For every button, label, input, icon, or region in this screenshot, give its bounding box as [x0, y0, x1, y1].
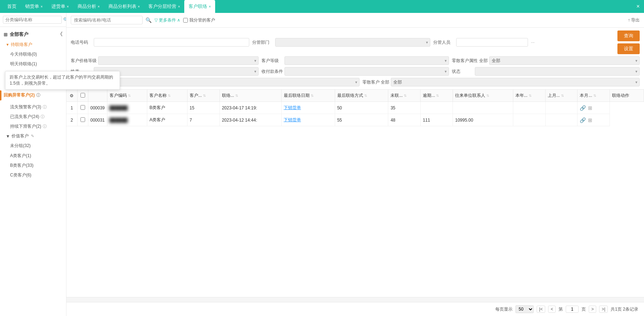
sort-thismonth-icon[interactable]: ⇅	[593, 94, 596, 98]
main-layout: 🔍 ⊞ 全部客户 《 ▼ 待联络客户 今天待联络(0) 明天待联络(1) 近7天…	[0, 13, 644, 316]
filter-payment-select[interactable]	[284, 67, 449, 76]
sort-name-icon[interactable]: ⇅	[168, 94, 171, 98]
sort-method-icon[interactable]: ⇅	[364, 94, 367, 98]
row1-grid-icon[interactable]: ⊞	[588, 105, 592, 111]
filter-customer-level-select[interactable]	[284, 56, 449, 65]
sidebar-item-a-class[interactable]: A类客户(1)	[0, 151, 66, 161]
nav-close-analysis-list[interactable]: ×	[138, 5, 140, 9]
sort-contact-icon[interactable]: ⇅	[235, 94, 238, 98]
row2-name: ██████	[107, 114, 147, 126]
filter-dept: 分管部门	[252, 38, 431, 47]
per-page-select[interactable]: 50 10 20 100	[515, 305, 534, 313]
nav-close-purchase[interactable]: ×	[67, 5, 69, 9]
col-this-month: 本月...⇅	[578, 90, 610, 102]
filter-bar: 🔍 ▽ 更多条件 ∧ 我分管的客户 ↑ 导出	[66, 13, 644, 28]
sort-overdue-icon[interactable]: ⇅	[436, 94, 439, 98]
sort-lastmonth-icon[interactable]: ⇅	[561, 94, 564, 98]
nav-item-customer-tier[interactable]: 客户分层经营 ×	[144, 0, 184, 13]
sort-year-icon[interactable]: ⇅	[529, 94, 532, 98]
window-close-button[interactable]: ×	[636, 3, 640, 10]
row2-overdue: 48	[388, 114, 421, 126]
action-buttons: 查询 设置	[617, 30, 640, 54]
next-page-btn[interactable]: >	[589, 306, 596, 313]
sidebar-item-declining[interactable]: 持续下滑客户(2) ⓘ	[0, 122, 66, 131]
row1-link-icon[interactable]: 🔗	[580, 105, 586, 111]
sidebar-search-icon[interactable]: 🔍	[63, 17, 66, 22]
row2-last-month	[513, 114, 545, 126]
sidebar-all-customers[interactable]: ⊞ 全部客户 《	[0, 29, 66, 40]
sidebar-item-rebuy-abnormal[interactable]: 回购异常客户(2) ⓘ	[4, 92, 66, 98]
row1-last-month	[513, 102, 545, 114]
row1-checkbox[interactable]	[80, 105, 85, 110]
row2-last-date: 2023-04-12 14:44:	[219, 114, 281, 126]
row2-checkbox[interactable]	[80, 117, 85, 122]
sidebar-item-churned[interactable]: 已流失客户(24) ⓘ	[0, 112, 66, 122]
filter-dept-select[interactable]	[275, 38, 431, 47]
first-page-btn[interactable]: |<	[537, 306, 545, 313]
sort-code-icon[interactable]: ⇅	[128, 94, 131, 98]
row2-actions: 🔗 ⊞	[578, 114, 610, 126]
filter-retail-customer-select[interactable]: 全部	[391, 78, 640, 86]
sort-date-icon[interactable]: ⇅	[311, 94, 314, 98]
main-content: 距客户上次交易时长，超过了此客户的平均交易周期的1.5倍，则视为异常。 🔍 ▽ …	[66, 13, 644, 316]
more-conditions-toggle[interactable]: ▽ 更多条件 ∧	[154, 17, 180, 23]
sidebar-group-value[interactable]: ▼ 价值客户 ✎	[0, 131, 66, 141]
row2-method-link[interactable]: 下销货单	[284, 117, 301, 122]
prev-page-btn[interactable]: <	[548, 306, 556, 313]
sidebar-item-tomorrow[interactable]: 明天待联络(1)	[0, 59, 66, 69]
nav-item-customer-contact[interactable]: 客户联络 ×	[184, 0, 215, 13]
filter-status-select[interactable]	[475, 67, 640, 76]
filter-manager-input[interactable]	[456, 38, 528, 47]
row2-link-icon[interactable]: 🔗	[580, 117, 586, 123]
sort-contacts-icon[interactable]: ⇅	[486, 94, 489, 98]
select-all-checkbox[interactable]	[80, 93, 85, 98]
nav-close-analysis[interactable]: ×	[98, 5, 100, 9]
page-number-input[interactable]	[566, 306, 579, 313]
scroll-content	[66, 297, 569, 298]
filter-customer-type-select[interactable]	[105, 78, 360, 86]
edit-icon[interactable]: ✎	[31, 134, 34, 138]
nav-item-home[interactable]: 首页	[3, 0, 21, 13]
col-code: 客户编码⇅	[107, 90, 147, 102]
col-this-year: 本年...⇅	[513, 90, 545, 102]
sidebar-item-churn-warning[interactable]: 流失预警客户(3) ⓘ	[0, 102, 66, 112]
last-page-btn[interactable]: >|	[599, 306, 608, 313]
sidebar-search-input[interactable]	[3, 16, 62, 24]
sidebar-item-today[interactable]: 今天待联络(0)	[0, 49, 66, 59]
my-customers-filter[interactable]: 我分管的客户	[183, 17, 215, 23]
nav-close-customer-contact[interactable]: ×	[209, 5, 211, 9]
sidebar-item-ungrouped[interactable]: 未分组(32)	[0, 141, 66, 151]
sidebar-group-pending[interactable]: ▼ 待联络客户	[0, 40, 66, 49]
query-button[interactable]: 查询	[617, 30, 640, 41]
settings-col-icon[interactable]: ⚙	[70, 93, 74, 98]
filter-retail-attr-select[interactable]: 全部	[489, 56, 640, 65]
nav-close-customer-tier[interactable]: ×	[178, 5, 180, 9]
search-input[interactable]	[71, 16, 143, 24]
row1-method-link[interactable]: 下销货单	[284, 105, 301, 110]
table-row: 2 000031 ██████ A类客户 7 2023-04-12 14:44:	[66, 114, 644, 126]
nav-close-sales[interactable]: ×	[41, 5, 43, 9]
settings-button[interactable]: 设置	[617, 43, 640, 54]
row2-grid-icon[interactable]: ⊞	[588, 117, 592, 123]
my-customers-checkbox[interactable]	[183, 18, 188, 23]
col-unreached: 未联...⇅	[388, 90, 421, 102]
nav-item-analysis-list[interactable]: 商品分析列表 ×	[104, 0, 144, 13]
sort-category-icon[interactable]: ⇅	[203, 94, 206, 98]
search-button[interactable]: 🔍	[145, 17, 152, 23]
filter-phone-input[interactable]	[94, 38, 249, 47]
info-icon: ⓘ	[36, 93, 40, 98]
total-records-label: 共1页 2条记录	[611, 306, 638, 312]
export-button[interactable]: ↑ 导出	[628, 17, 640, 23]
more-manager-icon[interactable]: ···	[531, 40, 534, 45]
filter-price-level-select[interactable]	[98, 56, 259, 65]
row1-overdue: 35	[388, 102, 421, 114]
col-contact-count: 联络...⇅	[219, 90, 281, 102]
nav-item-purchase[interactable]: 进货单 ×	[47, 0, 73, 13]
nav-item-analysis[interactable]: 商品分析 ×	[73, 0, 104, 13]
sort-unreached-icon[interactable]: ⇅	[404, 94, 407, 98]
sidebar-item-b-class[interactable]: B类客户(33)	[0, 161, 66, 170]
sidebar-item-c-class[interactable]: C类客户(6)	[0, 170, 66, 180]
nav-item-sales[interactable]: 销货单 ×	[21, 0, 47, 13]
horizontal-scrollbar[interactable]	[66, 297, 644, 302]
sidebar-collapse-btn[interactable]: 《	[57, 31, 62, 38]
